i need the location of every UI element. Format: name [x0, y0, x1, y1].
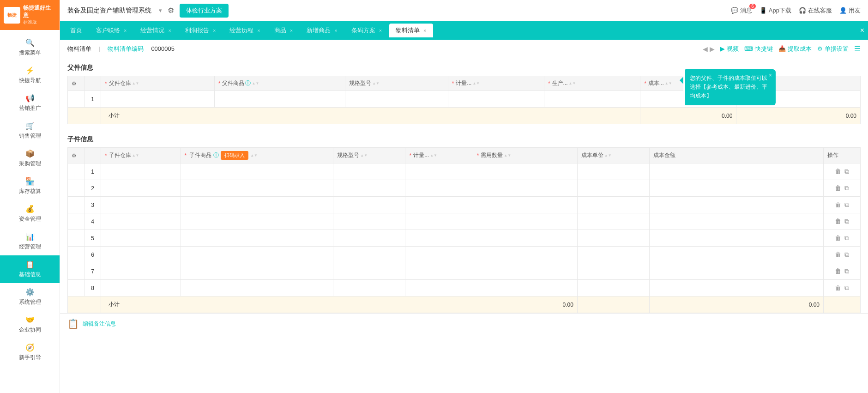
delete-row-3-button[interactable]: 🗑: [835, 201, 841, 208]
child-col-product: *子件商品ⓘ 扫码录入 ▲▼: [181, 148, 333, 163]
sidebar-item-guide[interactable]: 🧭 新手引导: [0, 339, 60, 366]
copy-row-3-button[interactable]: ⧉: [844, 201, 849, 208]
sidebar-item-collab[interactable]: 🤝 企业协同: [0, 311, 60, 339]
extract-cost-button[interactable]: 📥 提取成本: [778, 45, 812, 53]
tab-close-products[interactable]: ×: [290, 28, 293, 33]
child-col-cost-amount: 成本金额: [649, 148, 823, 163]
settings-doc-icon: ⚙: [817, 45, 823, 52]
child-cell-warehouse-1[interactable]: [101, 163, 181, 180]
copy-row-6-button[interactable]: ⧉: [844, 251, 849, 258]
delete-row-1-button[interactable]: 🗑: [835, 168, 841, 175]
tab-close-history[interactable]: ×: [257, 28, 260, 33]
single-settings-button[interactable]: ⚙ 单据设置: [817, 45, 849, 53]
parent-cell-product-1[interactable]: [214, 91, 345, 108]
sidebar-item-label: 采购管理: [19, 160, 41, 168]
tab-barcode[interactable]: 条码方案 ×: [345, 24, 388, 37]
sidebar-brand: 畅捷通好生意: [23, 5, 56, 19]
child-col-settings[interactable]: ⚙: [68, 148, 84, 163]
sidebar-item-operations[interactable]: 📊 经营管理: [0, 228, 60, 255]
delete-row-5-button[interactable]: 🗑: [835, 234, 841, 242]
sidebar-item-finance[interactable]: 💰 资金管理: [0, 200, 60, 228]
sidebar-item-label: 资金管理: [19, 215, 41, 223]
parent-cell-warehouse-1[interactable]: [101, 91, 215, 108]
parent-col-spec: 规格型号▲▼: [345, 76, 448, 91]
sidebar-item-system[interactable]: ⚙️ 系统管理: [0, 283, 60, 311]
notes-label[interactable]: 编辑备注信息: [83, 320, 116, 328]
parent-col-production: *生产...▲▼: [544, 76, 640, 91]
message-badge: 6: [749, 4, 756, 9]
bottom-bar: 📋 编辑备注信息: [60, 313, 868, 334]
parent-cell-production-1[interactable]: [544, 91, 640, 108]
page-content: 物料清单 | 物料清单编码 0000005 ◀ ▶ ▶ 视频 ⌨ 快捷键 📥: [60, 40, 868, 393]
child-cell-unit-cost-1[interactable]: [577, 163, 649, 180]
tab-operations[interactable]: 经营情况 ×: [134, 24, 177, 37]
scan-input-button[interactable]: 扫码录入: [221, 151, 248, 160]
copy-row-8-button[interactable]: ⧉: [844, 284, 849, 291]
child-cell-cost-amount-1: [649, 163, 823, 180]
delete-row-6-button[interactable]: 🗑: [835, 251, 841, 258]
breadcrumb-bom-list[interactable]: 物料清单: [67, 45, 91, 53]
sidebar-item-quick-nav[interactable]: ⚡ 快捷导航: [0, 61, 60, 89]
user-menu[interactable]: 👤 用友: [839, 6, 861, 15]
settings-icon[interactable]: ⚙: [168, 6, 174, 15]
parent-cell-unit-1[interactable]: [448, 91, 544, 108]
shortcut-button[interactable]: ⌨ 快捷键: [744, 45, 773, 53]
close-all-tabs-button[interactable]: ×: [860, 26, 864, 35]
tab-new-product[interactable]: 新增商品 ×: [300, 24, 344, 37]
delete-row-2-button[interactable]: 🗑: [835, 184, 841, 192]
copy-row-2-button[interactable]: ⧉: [844, 184, 849, 192]
copy-row-4-button[interactable]: ⧉: [844, 218, 849, 225]
tooltip-close-button[interactable]: ×: [769, 71, 772, 80]
sidebar-item-marketing[interactable]: 📢 营销推广: [0, 89, 60, 117]
sidebar-item-basic-info[interactable]: 📋 基础信息: [0, 255, 60, 283]
parent-col-unit: *计量...▲▼: [448, 76, 544, 91]
download-icon: 📥: [778, 45, 786, 52]
message-button[interactable]: 💬 6 消息: [731, 6, 752, 15]
tab-close-operations[interactable]: ×: [168, 28, 171, 33]
copy-row-5-button[interactable]: ⧉: [844, 234, 849, 242]
online-service-button[interactable]: 🎧 在线客服: [799, 6, 832, 15]
next-record-button[interactable]: ▶: [710, 45, 715, 53]
child-cell-quantity-1[interactable]: [473, 163, 577, 180]
tab-close-bom[interactable]: ×: [423, 28, 426, 33]
tab-home[interactable]: 首页: [64, 24, 89, 37]
tab-profit[interactable]: 利润报告 ×: [179, 24, 222, 37]
child-section-title: 子件信息: [67, 135, 861, 144]
child-cell-product-1[interactable]: [181, 163, 333, 180]
tooltip-box: × 您的父件、子件的成本取值可以选择【参考成本、最新进价、平均成本】: [683, 69, 776, 105]
child-cell-spec-1[interactable]: [333, 163, 405, 180]
sidebar-item-label: 营销推广: [19, 104, 41, 112]
sidebar-item-label: 快捷导航: [19, 77, 41, 85]
sidebar-item-sales[interactable]: 🛒 销售管理: [0, 117, 60, 145]
copy-row-1-button[interactable]: ⧉: [844, 168, 849, 175]
tab-history[interactable]: 经营历程 ×: [223, 24, 266, 37]
child-col-unit-cost: 成本单价▲▼: [577, 148, 649, 163]
tab-bom[interactable]: 物料清单 ×: [389, 24, 433, 37]
breadcrumb-bar: 物料清单 | 物料清单编码 0000005 ◀ ▶ ▶ 视频 ⌨ 快捷键 📥: [60, 40, 868, 58]
trial-button[interactable]: 体验行业方案: [180, 4, 229, 18]
view-mode-icon[interactable]: ☰: [854, 44, 861, 53]
delete-row-7-button[interactable]: 🗑: [835, 267, 841, 275]
view-video-button[interactable]: ▶ 视频: [720, 45, 739, 53]
tab-close-new-product[interactable]: ×: [334, 28, 337, 33]
sidebar-item-search[interactable]: 🔍 搜索菜单: [0, 34, 60, 61]
child-section: 子件信息 ⚙ *子件仓库▲▼ *子件商品ⓘ: [60, 130, 868, 313]
tab-close-customer[interactable]: ×: [124, 28, 127, 33]
sidebar-item-purchase[interactable]: 📦 采购管理: [0, 145, 60, 172]
child-cell-unit-1[interactable]: [405, 163, 473, 180]
parent-col-warehouse: *父件仓库▲▼: [101, 76, 215, 91]
prev-record-button[interactable]: ◀: [703, 45, 708, 53]
app-download-button[interactable]: 📱 App下载: [760, 6, 791, 15]
sidebar-item-inventory[interactable]: 🏪 库存核算: [0, 172, 60, 200]
sidebar-item-label: 销售管理: [19, 132, 41, 140]
tab-products[interactable]: 商品 ×: [268, 24, 299, 37]
parent-col-settings[interactable]: ⚙: [68, 76, 84, 91]
child-row-7: 7 🗑 ⧉: [68, 263, 861, 280]
copy-row-7-button[interactable]: ⧉: [844, 267, 849, 275]
parent-cell-spec-1[interactable]: [345, 91, 448, 108]
delete-row-4-button[interactable]: 🗑: [835, 218, 841, 225]
tab-close-profit[interactable]: ×: [213, 28, 216, 33]
tab-customer[interactable]: 客户联络 ×: [90, 24, 133, 37]
tab-close-barcode[interactable]: ×: [379, 28, 382, 33]
delete-row-8-button[interactable]: 🗑: [835, 284, 841, 291]
